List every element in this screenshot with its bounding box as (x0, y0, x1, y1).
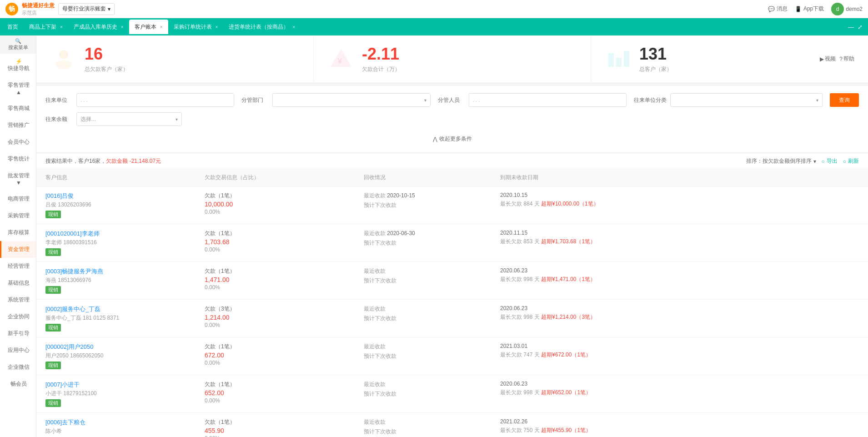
sidebar-item-chang-member[interactable]: 畅会员 (0, 376, 36, 392)
result-actions: 排序：按欠款金额倒序排序 ▾ ○ 导出 ○ 刷新 (746, 157, 859, 165)
col-header-payment: 回收情况 (364, 174, 500, 181)
close-tab-production[interactable]: × (121, 25, 124, 30)
sidebar-item-enterprise-coop[interactable]: 企业协同 (0, 308, 36, 325)
person-input[interactable]: ... (469, 93, 627, 107)
payment-next: 预计下次收款 (364, 428, 500, 436)
sidebar-item-purchase-mgmt[interactable]: 采购管理 (0, 207, 36, 224)
overdue-link[interactable]: 超期¥455.90（1笔） (541, 427, 591, 433)
customer-tag: 现销 (45, 362, 61, 369)
close-tab-purchase-order[interactable]: × (216, 25, 218, 30)
close-tab-incoming-stats[interactable]: × (292, 25, 295, 30)
tab-products[interactable]: 商品上下架 × (24, 20, 68, 34)
overdue-info: 最长欠款 853 天 超期¥1,703.68（1笔） (500, 238, 859, 246)
customer-name-link[interactable]: [0007]小进干 (45, 381, 80, 388)
overdue-link[interactable]: 超期¥10,000.00（1笔） (541, 201, 599, 207)
sidebar-item-enterprise-wechat[interactable]: 企业微信 (0, 359, 36, 376)
quick-nav-icon: ⚡ (3, 58, 34, 65)
help-btn[interactable]: ? 帮助 (839, 55, 854, 63)
due-date-cell: 2020.06.23 最长欠款 998 天 超期¥1,471.00（1笔） (500, 267, 859, 283)
col-header-customer: 客户信息 (45, 174, 205, 181)
message-icon: 💬 (768, 6, 775, 12)
customer-info-cell: [000002]用户2050 用户2050 18665062050 现销 (45, 343, 205, 369)
debt-count: 欠款（1笔） (205, 267, 364, 275)
customer-phone: 陈小希 (45, 427, 205, 435)
search-button[interactable]: 查询 (830, 93, 859, 107)
customer-info-cell: [0007]小进干 小进干 18279152100 现销 (45, 381, 205, 407)
top-right-area: 💬 消息 📱 App下载 d demo2 (768, 3, 863, 15)
customer-info-cell: [0003]畅捷服务尹海燕 海燕 18513066976 现销 (45, 267, 205, 294)
sidebar-item-quick-nav[interactable]: ⚡ 快捷导航 (0, 54, 36, 77)
customer-name-link[interactable]: [0001020001]李老师 (45, 230, 100, 237)
sidebar-item-system[interactable]: 系统管理 (0, 291, 36, 308)
sidebar-item-operations[interactable]: 经营管理 (0, 258, 36, 275)
message-btn[interactable]: 💬 消息 (768, 5, 788, 13)
payment-last: 最近收款 (364, 418, 500, 426)
minimize-window-icon[interactable]: — (848, 24, 854, 30)
close-tab-customer-account[interactable]: × (160, 25, 163, 30)
search-icon: 🔍 (2, 38, 34, 44)
overdue-link[interactable]: 超期¥652.00（1笔） (541, 389, 591, 396)
customer-tag: 现销 (45, 399, 61, 407)
overdue-link[interactable]: 超期¥1,471.00（1笔） (541, 276, 596, 282)
tab-customer-account[interactable]: 客户账本 × (129, 20, 168, 34)
customer-info-cell: [0016]吕俊 吕俊 13026203696 现销 (45, 192, 205, 218)
unit-category-select[interactable]: ▾ (670, 93, 823, 107)
customer-name-link[interactable]: [0003]畅捷服务尹海燕 (45, 268, 103, 275)
overdue-link[interactable]: 超期¥1,703.68（1笔） (541, 238, 596, 245)
debt-percent: 0.00% (205, 435, 364, 437)
sidebar-item-inventory[interactable]: 库存核算 (0, 224, 36, 241)
table-row: [0006]去下粮仓 陈小希 现销 欠款（1笔） 455.90 0.00% 最近… (36, 413, 868, 437)
customer-tag: 现销 (45, 211, 61, 218)
debt-info-cell: 欠款（1笔） 652.00 0.00% (205, 381, 364, 404)
customer-name-link[interactable]: [000002]用户2050 (45, 343, 94, 350)
debt-info-cell: 欠款（1笔） 10,000.00 0.00% (205, 192, 364, 215)
debt-percent: 0.00% (205, 360, 364, 366)
filter-row-1: 往来单位 ... 分管部门 ▾ 分管人员 ... (45, 93, 859, 107)
customer-name-link[interactable]: [0002]服务中心_丁磊 (45, 306, 100, 312)
sidebar-item-retail-stats[interactable]: 零售统计 (0, 151, 36, 167)
customer-phone: 李老师 18600391516 (45, 239, 205, 246)
sidebar-item-ecommerce[interactable]: 电商管理 (0, 191, 36, 207)
customer-name-link[interactable]: [0006]去下粮仓 (45, 419, 85, 426)
sidebar-item-finance[interactable]: 资金管理 (0, 241, 36, 258)
search-menu-item[interactable]: 🔍 搜索菜单 (0, 35, 36, 54)
sidebar-item-marketing[interactable]: 营销推广 (0, 117, 36, 134)
payment-status-cell: 最近收款 2020-10-15 预计下次收款 (364, 192, 500, 209)
sidebar-item-retail-mgmt[interactable]: 零售管理 ▲ (0, 77, 36, 100)
table-row: [0007]小进干 小进干 18279152100 现销 欠款（1笔） 652.… (36, 375, 868, 413)
tab-production[interactable]: 产成品入库单历史 × (68, 20, 129, 34)
tab-purchase-order[interactable]: 采购订单统计表 × (168, 20, 224, 34)
account-selector[interactable]: 母婴行业演示账套 ▾ (58, 3, 115, 15)
overdue-link[interactable]: 超期¥672.00（1笔） (541, 352, 591, 358)
customer-name-link[interactable]: [0016]吕俊 (45, 192, 74, 199)
remaining-select[interactable]: 选择... ▾ (76, 112, 182, 126)
sidebar-item-basic-info[interactable]: 基础信息 (0, 275, 36, 291)
sidebar-item-membership[interactable]: 会员中心 (0, 134, 36, 151)
refresh-btn[interactable]: ○ 刷新 (843, 157, 859, 165)
sort-selector[interactable]: 排序：按欠款金额倒序排序 ▾ (746, 157, 816, 165)
maximize-window-icon[interactable]: ⤢ (858, 24, 863, 30)
owed-customers-icon (50, 45, 77, 73)
app-download-btn[interactable]: 📱 App下载 (795, 5, 824, 13)
payment-next: 预计下次收款 (364, 315, 500, 322)
sidebar-item-app-center[interactable]: 应用中心 (0, 342, 36, 359)
sidebar-item-retail-mall[interactable]: 零售商城 (0, 100, 36, 117)
video-btn[interactable]: ▶ 视频 (820, 55, 836, 63)
dept-select[interactable]: ▾ (272, 93, 430, 107)
customer-phone: 吕俊 13026203696 (45, 201, 205, 209)
sidebar-item-new-guide[interactable]: 新手引导 (0, 325, 36, 342)
overdue-link[interactable]: 超期¥1,214.00（3笔） (541, 314, 596, 320)
debt-count: 欠款（1笔） (205, 230, 364, 237)
from-unit-input[interactable]: ... (76, 93, 234, 107)
collapse-filter-btn[interactable]: ⋀ 收起更多条件 (45, 131, 859, 145)
table-row: [000002]用户2050 用户2050 18665062050 现销 欠款（… (36, 337, 868, 375)
col-header-debt: 欠款交易信息（占比） (205, 174, 364, 181)
tab-home[interactable]: 首页 (2, 20, 24, 34)
user-profile-btn[interactable]: d demo2 (831, 3, 863, 15)
sidebar-item-batch-mgmt[interactable]: 批发管理 ▼ (0, 167, 36, 191)
tab-incoming-stats[interactable]: 进货单统计表（按商品） × (223, 20, 301, 34)
filter-from-unit: 往来单位 ... (45, 93, 234, 107)
export-btn[interactable]: ○ 导出 (822, 157, 838, 165)
close-tab-products[interactable]: × (60, 25, 63, 30)
debt-count: 欠款（1笔） (205, 381, 364, 388)
